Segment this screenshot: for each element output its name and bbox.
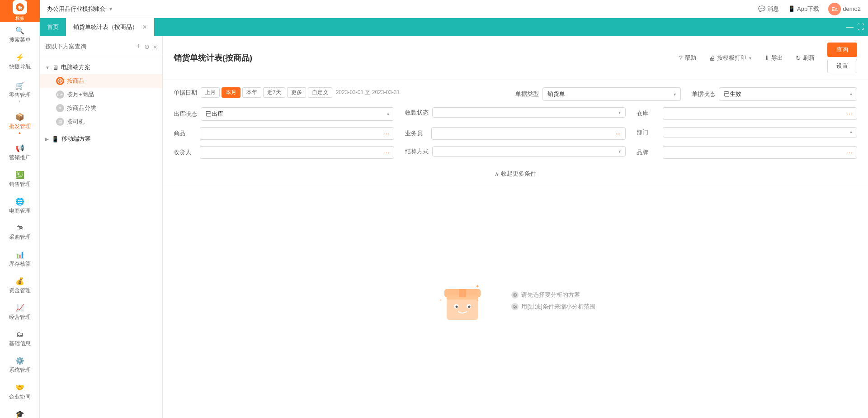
tab-minimize-icon[interactable]: — — [846, 23, 854, 31]
query-btn[interactable]: 查询 — [827, 43, 857, 57]
doc-status-select[interactable]: 已生效 ▾ — [719, 87, 857, 101]
brand-input[interactable]: ··· — [663, 146, 857, 159]
filter-row-3: 商品 ··· 业务员 ··· 部门 — [174, 127, 857, 140]
sidebar-item-wholesale[interactable]: 📦 批发管理 ▴ — [0, 108, 40, 139]
scheme-by-product[interactable]: 按商品 — [40, 74, 162, 88]
department-select[interactable]: ▾ — [663, 127, 857, 138]
date-btn-this-month[interactable]: 本月 — [222, 87, 241, 98]
print-icon: 🖨 — [709, 54, 715, 62]
collapse-panel-btn[interactable]: « — [153, 43, 157, 50]
out-status-select[interactable]: 已出库 ▾ — [201, 107, 394, 121]
tab-report-close[interactable]: ✕ — [142, 24, 147, 30]
receipt-status-select[interactable]: ▾ — [432, 107, 626, 118]
pc-group-header[interactable]: ▼ 🖥 电脑端方案 — [40, 61, 162, 74]
print-dropdown-icon: ▾ — [749, 56, 751, 61]
empty-illustration: ✦ ✦ ✦ — [435, 270, 490, 324]
tab-home[interactable]: 首页 — [40, 18, 66, 36]
product-label: 商品 — [174, 129, 196, 138]
main-area: 办公用品行业模拟账套 ▾ 💬 消息 📱 App下载 Ea demo2 首页 — [40, 0, 868, 418]
product-input[interactable]: ··· — [200, 127, 394, 140]
tab-maximize-icon[interactable]: ⛶ — [857, 23, 864, 31]
sidebar-quick-nav[interactable]: ⚡ 快捷导航 — [0, 48, 40, 75]
sidebar-item-ecommerce[interactable]: 🌐 电商管理 — [0, 193, 40, 219]
export-icon: ⬇ — [764, 54, 769, 62]
sidebar-item-system[interactable]: ⚙️ 系统管理 — [0, 352, 40, 379]
receipt-status-label: 收款状态 — [405, 109, 429, 117]
left-panel-header: 按以下方案查询 + ⊙ « — [40, 36, 162, 55]
settlement-select[interactable]: ▾ — [432, 146, 626, 157]
app-logo[interactable]: 畅 标账 — [0, 0, 40, 22]
tab-report[interactable]: 销货单统计表（按商品） ✕ — [66, 18, 154, 36]
tabbar: 首页 销货单统计表（按商品） ✕ — ⛶ — [40, 18, 868, 36]
mobile-group-label: 移动端方案 — [61, 135, 91, 143]
sidebar-item-finance[interactable]: 💰 资金管理 — [0, 272, 40, 299]
pc-group: ▼ 🖥 电脑端方案 按商品 m+ 按月+商品 — [40, 59, 162, 130]
sidebar-item-basic[interactable]: 🗂 基础信息 — [0, 326, 40, 352]
filter-row-1: 单据日期 上月 本月 本年 近7天 更多 自定义 2023-03-01 至 20… — [174, 87, 857, 101]
sidebar: 畅 标账 🔍 搜索菜单 ⚡ 快捷导航 🛒 零售管理 ▾ 📦 批发管理 ▴ 📢 营… — [0, 0, 40, 418]
brand-dots-icon: ··· — [847, 149, 852, 156]
app-download-btn[interactable]: 📱 App下载 — [788, 5, 819, 13]
scheme-by-category[interactable]: ≡ 按商品分类 — [40, 101, 162, 115]
svg-rect-8 — [459, 289, 466, 297]
date-btn-7days[interactable]: 近7天 — [263, 87, 285, 98]
topbar-dropdown-icon[interactable]: ▾ — [109, 6, 112, 12]
scheme-by-month-product-label: 按月+商品 — [67, 90, 94, 99]
collapse-chevron-icon: ∧ — [495, 171, 499, 177]
mobile-group-header[interactable]: ▶ 📱 移动端方案 — [40, 132, 162, 146]
industry-title: 办公用品行业模拟账套 — [47, 5, 106, 13]
settings-btn[interactable]: 设置 — [827, 59, 857, 73]
empty-svg: ✦ ✦ ✦ — [435, 270, 490, 324]
date-btn-custom[interactable]: 自定义 — [308, 87, 332, 98]
date-buttons: 上月 本月 本年 近7天 更多 自定义 2023-03-01 至 2023-03… — [201, 87, 400, 98]
warehouse-input[interactable]: ··· — [663, 107, 857, 120]
sidebar-item-retail[interactable]: 🛒 零售管理 ▾ — [0, 77, 40, 108]
mobile-group-arrow: ▶ — [45, 137, 49, 142]
svg-text:✦: ✦ — [475, 283, 480, 290]
scheme-by-cashier[interactable]: ▤ 按司机 — [40, 115, 162, 128]
sidebar-item-purchase[interactable]: 🛍 采购管理 — [0, 219, 40, 246]
help-btn[interactable]: ? 帮助 — [675, 52, 700, 64]
sidebar-item-operations[interactable]: 📈 经营管理 — [0, 299, 40, 326]
tabbar-actions: — ⛶ — [846, 23, 868, 31]
date-btn-more[interactable]: 更多 — [287, 87, 306, 98]
wholesale-icon: 📦 — [15, 113, 24, 121]
sidebar-search[interactable]: 🔍 搜索菜单 — [0, 22, 40, 48]
receipt-status-filter: 收款状态 ▾ — [405, 107, 626, 118]
sales-icon: 💹 — [15, 171, 24, 179]
sidebar-item-inventory[interactable]: 📊 库存核算 — [0, 246, 40, 272]
recipient-filter: 收货人 ··· — [174, 146, 394, 159]
staff-input[interactable]: ··· — [431, 127, 626, 140]
staff-filter: 业务员 ··· — [405, 127, 626, 140]
page-actions: ? 帮助 🖨 按模板打印 ▾ ⬇ 导出 ↻ — [675, 43, 857, 73]
collapse-filter-btn[interactable]: ∧ 收起更多条件 — [174, 165, 857, 180]
message-btn[interactable]: 💬 消息 — [758, 5, 779, 13]
date-btn-last-month[interactable]: 上月 — [201, 87, 220, 98]
empty-state: ✦ ✦ ✦ ① 请先选择要分析的方案 ② 用[过滤]条件来缩小分析范围 — [163, 187, 868, 418]
svg-point-12 — [468, 306, 471, 308]
topbar: 办公用品行业模拟账套 ▾ 💬 消息 📱 App下载 Ea demo2 — [40, 0, 868, 18]
edit-scheme-btn[interactable]: ⊙ — [144, 43, 150, 50]
guide-icon: 🎓 — [15, 410, 24, 418]
add-scheme-btn[interactable]: + — [136, 42, 141, 51]
refresh-btn[interactable]: ↻ 刷新 — [792, 52, 818, 64]
hint1-text: 请先选择要分析的方案 — [521, 291, 580, 299]
user-profile-btn[interactable]: Ea demo2 — [828, 3, 861, 15]
export-btn[interactable]: ⬇ 导出 — [760, 52, 787, 64]
date-btn-this-year[interactable]: 本年 — [242, 87, 261, 98]
sidebar-item-guide[interactable]: 🎓 新手引导 — [0, 405, 40, 418]
retail-icon: 🛒 — [15, 81, 24, 90]
doc-type-select[interactable]: 销货单 ▾ — [542, 87, 681, 101]
sidebar-item-sales[interactable]: 💹 销售管理 — [0, 166, 40, 193]
scheme-by-month-product[interactable]: m+ 按月+商品 — [40, 88, 162, 101]
department-dropdown-icon: ▾ — [850, 130, 852, 135]
download-icon: 📱 — [788, 5, 795, 12]
print-btn[interactable]: 🖨 按模板打印 ▾ — [705, 52, 755, 64]
empty-text: ① 请先选择要分析的方案 ② 用[过滤]条件来缩小分析范围 — [511, 291, 595, 314]
recipient-input[interactable]: ··· — [200, 146, 394, 159]
enterprise-icon: 🤝 — [15, 383, 24, 392]
sidebar-item-marketing[interactable]: 📢 营销推广 — [0, 139, 40, 166]
doc-type-value: 销货单 — [547, 90, 565, 98]
sidebar-item-enterprise[interactable]: 🤝 企业协同 — [0, 379, 40, 405]
hint2-num: ② — [511, 303, 519, 310]
